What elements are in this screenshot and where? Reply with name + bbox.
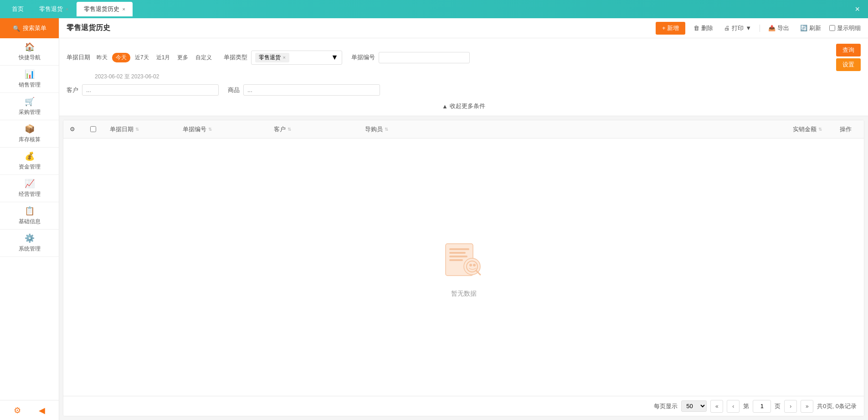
th-check[interactable] xyxy=(82,126,104,132)
th-date-sort: ⇅ xyxy=(135,127,139,132)
th-number[interactable]: 单据编号 ⇅ xyxy=(177,125,268,133)
delete-label: 删除 xyxy=(701,24,713,32)
page-header: 零售退货历史 + 新增 🗑 删除 🖨 打印 ▼ 📤 导出 � xyxy=(59,18,868,38)
type-tag-remove[interactable]: × xyxy=(282,55,285,60)
export-label: 导出 xyxy=(777,24,789,32)
delete-button[interactable]: 🗑 删除 xyxy=(691,22,716,34)
th-amount[interactable]: 实销金额 ⇅ xyxy=(764,125,827,133)
page-next-button[interactable]: › xyxy=(784,400,797,413)
filter-bar: 单据日期 昨天 今天 近7天 近1月 更多 自定义 单据类型 xyxy=(59,38,868,116)
sidebar-item-basic-info[interactable]: 📋 基础信息 xyxy=(0,202,59,230)
voucher-input[interactable] xyxy=(379,52,470,63)
filter-row-2: 客户 商品 xyxy=(67,84,861,96)
tab-retail-return-history-label: 零售退货历史 xyxy=(84,5,119,13)
sidebar-item-sales[interactable]: 📊 销售管理 xyxy=(0,66,59,93)
th-date[interactable]: 单据日期 ⇅ xyxy=(104,125,177,133)
pagination: 每页显示 10 20 50 100 « ‹ 第 页 › » 共0页, 0条记录 xyxy=(63,396,864,416)
new-button[interactable]: + 新增 xyxy=(656,22,685,35)
refresh-label: 刷新 xyxy=(809,24,821,32)
th-customer-label: 客户 xyxy=(274,125,286,133)
print-button[interactable]: 🖨 打印 ▼ xyxy=(721,22,754,34)
window-close-button[interactable]: × xyxy=(851,5,863,14)
type-filter-label: 单据类型 xyxy=(224,53,247,61)
tab-retail-return[interactable]: 零售退货 × xyxy=(32,2,76,16)
sidebar-search-label: 搜索菜单 xyxy=(23,24,46,32)
operations-icon: 📈 xyxy=(25,179,35,189)
tab-home[interactable]: 首页 xyxy=(5,2,31,16)
page-first-button[interactable]: « xyxy=(710,400,723,413)
sidebar-search[interactable]: 🔍 搜索菜单 xyxy=(0,18,59,38)
collapse-icon: ▲ xyxy=(442,103,448,110)
tab-retail-return-history[interactable]: 零售退货历史 × xyxy=(77,2,132,16)
th-customer[interactable]: 客户 ⇅ xyxy=(268,125,360,133)
refresh-button[interactable]: 🔄 刷新 xyxy=(797,22,824,34)
delete-icon: 🗑 xyxy=(693,25,699,31)
type-select[interactable]: 零售退货 × ▼ xyxy=(251,51,342,65)
page-number-input[interactable] xyxy=(753,400,771,413)
date-filter: 单据日期 昨天 今天 近7天 近1月 更多 自定义 xyxy=(67,53,215,62)
export-button[interactable]: 📤 导出 xyxy=(765,22,792,34)
settings-bottom-icon[interactable]: ⚙ xyxy=(14,405,21,415)
svg-point-9 xyxy=(473,264,476,266)
sidebar-item-quick-nav[interactable]: 🏠 快捷导航 xyxy=(0,38,59,66)
th-guide-label: 导购员 xyxy=(365,125,383,133)
query-buttons: 查询 设置 xyxy=(836,44,861,71)
print-dropdown-icon: ▼ xyxy=(745,25,751,31)
settings-column-icon: ⚙ xyxy=(70,126,75,133)
sidebar-item-system[interactable]: ⚙️ 系统管理 xyxy=(0,230,59,257)
table-header: ⚙ 单据日期 ⇅ 单据编号 ⇅ 客户 ⇅ 导购员 xyxy=(63,120,864,138)
show-detail-input[interactable] xyxy=(829,25,835,31)
date-btn-7days[interactable]: 近7天 xyxy=(132,53,152,62)
search-icon: 🔍 xyxy=(13,25,20,32)
tab-home-label: 首页 xyxy=(12,5,24,13)
page-go-label: 第 xyxy=(743,402,749,410)
th-number-sort: ⇅ xyxy=(208,127,212,132)
empty-text: 暂无数据 xyxy=(451,290,477,298)
divider-1 xyxy=(760,25,760,32)
print-icon: 🖨 xyxy=(724,25,730,31)
page-prev-button[interactable]: ‹ xyxy=(727,400,740,413)
page-title: 零售退货历史 xyxy=(67,23,110,33)
page-label: 页 xyxy=(775,402,781,410)
collapse-button[interactable]: ▲ 收起更多条件 xyxy=(442,102,485,110)
page-size-select[interactable]: 10 20 50 100 xyxy=(681,400,707,412)
sidebar-item-finance[interactable]: 💰 资金管理 xyxy=(0,148,59,175)
query-button[interactable]: 查询 xyxy=(836,44,861,56)
sidebar-item-purchase[interactable]: 🛒 采购管理 xyxy=(0,93,59,120)
sidebar-item-operations[interactable]: 📈 经营管理 xyxy=(0,175,59,202)
tab-retail-return-history-close[interactable]: × xyxy=(122,6,125,12)
sidebar-item-purchase-label: 采购管理 xyxy=(19,108,41,116)
type-filter: 单据类型 零售退货 × ▼ xyxy=(224,51,342,65)
date-filter-label: 单据日期 xyxy=(67,53,90,61)
page-actions: + 新增 🗑 删除 🖨 打印 ▼ 📤 导出 🔄 刷新 xyxy=(656,22,861,35)
sidebar-item-system-label: 系统管理 xyxy=(19,245,41,253)
sidebar-item-inventory[interactable]: 📦 库存核算 xyxy=(0,120,59,148)
date-btn-more[interactable]: 更多 xyxy=(175,53,191,62)
type-tag-value: 零售退货 xyxy=(259,54,281,61)
page-last-button[interactable]: » xyxy=(801,400,813,413)
setting-button[interactable]: 设置 xyxy=(836,58,861,71)
date-btn-yesterday[interactable]: 昨天 xyxy=(94,53,110,62)
page-size-label: 每页显示 xyxy=(654,402,678,410)
tab-retail-return-close[interactable]: × xyxy=(66,6,68,12)
th-guide[interactable]: 导购员 ⇅ xyxy=(360,125,451,133)
show-detail-checkbox[interactable]: 显示明细 xyxy=(829,24,861,32)
system-icon: ⚙️ xyxy=(25,233,35,243)
th-number-label: 单据编号 xyxy=(183,125,206,133)
goods-input[interactable] xyxy=(243,84,380,96)
svg-point-8 xyxy=(469,264,472,266)
date-buttons: 昨天 今天 近7天 近1月 更多 自定义 xyxy=(94,53,215,62)
th-settings[interactable]: ⚙ xyxy=(63,126,82,133)
select-all-checkbox[interactable] xyxy=(90,126,96,132)
date-btn-1month[interactable]: 近1月 xyxy=(154,53,173,62)
customer-input[interactable] xyxy=(82,84,219,96)
toggle-sidebar-icon[interactable]: ◀ xyxy=(39,405,45,415)
sidebar-item-quick-nav-label: 快捷导航 xyxy=(19,54,41,61)
sidebar-item-finance-label: 资金管理 xyxy=(19,163,41,171)
date-btn-custom[interactable]: 自定义 xyxy=(193,53,215,62)
refresh-icon: 🔄 xyxy=(800,25,807,31)
tab-retail-return-label: 零售退货 xyxy=(39,5,63,13)
voucher-filter: 单据编号 xyxy=(351,52,470,63)
collapse-row: ▲ 收起更多条件 xyxy=(67,100,861,110)
date-btn-today[interactable]: 今天 xyxy=(112,53,130,62)
